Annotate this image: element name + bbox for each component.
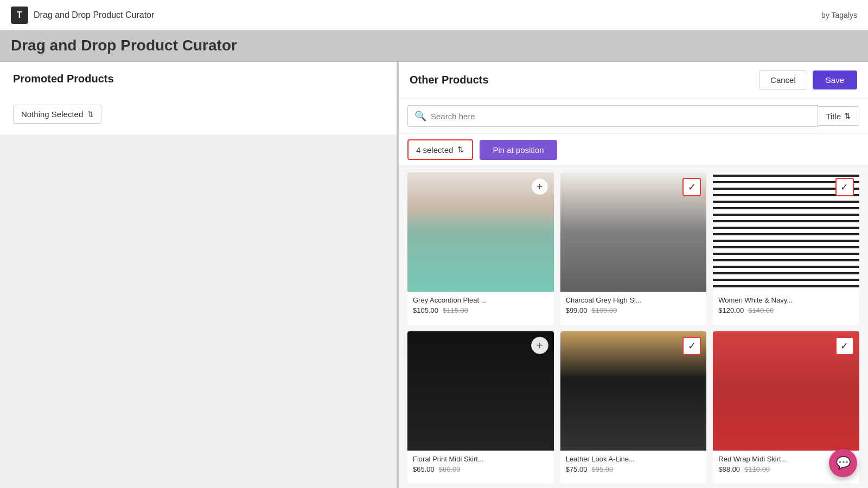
other-products-title: Other Products <box>410 74 489 86</box>
left-panel: Promoted Products Nothing Selected ⇅ <box>0 62 399 488</box>
chat-bubble[interactable]: 💬 <box>829 449 857 477</box>
product-name: Women White & Navy... <box>718 296 854 304</box>
product-card[interactable]: ✓Leather Look A-Line...$75.00$95.00 <box>560 331 707 484</box>
product-image: + <box>407 172 554 292</box>
product-info: Women White & Navy...$120.00$140.00 <box>713 292 859 320</box>
product-prices: $120.00$140.00 <box>718 306 854 314</box>
top-bar: T Drag and Drop Product Curator by Tagal… <box>0 0 868 30</box>
nothing-selected-dropdown[interactable]: Nothing Selected ⇅ <box>13 105 101 124</box>
header-actions: Cancel Save <box>759 70 857 89</box>
product-image: ✓ <box>713 172 859 292</box>
selection-row: 4 selected ⇅ Pin at position <box>399 134 868 166</box>
title-sort-dropdown[interactable]: Title ⇅ <box>818 106 859 126</box>
product-info: Leather Look A-Line...$75.00$95.00 <box>560 451 707 479</box>
nothing-selected-label: Nothing Selected <box>21 110 83 119</box>
price-current: $99.00 <box>566 306 588 314</box>
price-original: $115.00 <box>443 306 468 314</box>
price-current: $105.00 <box>413 306 438 314</box>
product-prices: $105.00$115.00 <box>413 306 548 314</box>
product-card[interactable]: +Floral Print Midi Skirt...$65.00$80.00 <box>407 331 554 484</box>
product-image: ✓ <box>560 331 707 451</box>
product-name: Charcoal Grey High Sl... <box>566 296 701 304</box>
product-prices: $99.00$109.00 <box>566 306 701 314</box>
product-name: Floral Print Midi Skirt... <box>413 455 548 463</box>
product-card[interactable]: ✓Women White & Navy...$120.00$140.00 <box>713 172 859 325</box>
top-bar-byline: by Tagalys <box>821 11 857 20</box>
save-button[interactable]: Save <box>813 70 857 89</box>
title-sort-label: Title <box>826 112 841 121</box>
price-current: $65.00 <box>413 465 435 473</box>
page-heading: Drag and Drop Product Curator <box>0 30 868 62</box>
top-bar-left: T Drag and Drop Product Curator <box>11 7 154 24</box>
add-product-button[interactable]: + <box>531 178 548 195</box>
pin-at-position-button[interactable]: Pin at position <box>480 140 557 160</box>
selected-check-badge[interactable]: ✓ <box>682 337 701 355</box>
price-original: $110.00 <box>744 465 770 473</box>
product-card[interactable]: +Grey Accordion Pleat ...$105.00$115.00 <box>407 172 554 325</box>
right-panel: Other Products Cancel Save 🔍 Title ⇅ 4 s… <box>399 62 868 488</box>
search-icon: 🔍 <box>414 110 426 122</box>
product-grid: +Grey Accordion Pleat ...$105.00$115.00✓… <box>399 166 868 488</box>
price-original: $109.00 <box>591 306 617 314</box>
selected-count-dropdown[interactable]: 4 selected ⇅ <box>407 139 473 160</box>
main-panel: Promoted Products Nothing Selected ⇅ Oth… <box>0 62 868 488</box>
promoted-products-area <box>0 134 397 488</box>
search-input[interactable] <box>431 112 811 121</box>
product-name: Leather Look A-Line... <box>566 455 701 463</box>
product-image: ✓ <box>560 172 707 292</box>
price-current: $75.00 <box>566 465 588 473</box>
left-header: Promoted Products <box>0 62 397 94</box>
price-original: $140.00 <box>748 306 774 314</box>
product-card[interactable]: ✓Charcoal Grey High Sl...$99.00$109.00 <box>560 172 707 325</box>
app-logo: T <box>11 7 28 24</box>
price-current: $120.00 <box>718 306 744 314</box>
product-prices: $75.00$95.00 <box>566 465 701 473</box>
search-box: 🔍 <box>407 105 818 127</box>
cancel-button[interactable]: Cancel <box>759 70 807 89</box>
product-info: Charcoal Grey High Sl...$99.00$109.00 <box>560 292 707 320</box>
title-sort-arrow-icon: ⇅ <box>844 111 851 121</box>
price-original: $80.00 <box>439 465 461 473</box>
product-image: + <box>407 331 554 451</box>
promoted-products-title: Promoted Products <box>13 73 114 85</box>
selected-check-badge[interactable]: ✓ <box>682 178 701 196</box>
dropdown-arrows-icon: ⇅ <box>87 110 93 118</box>
price-original: $95.00 <box>591 465 613 473</box>
search-row: 🔍 Title ⇅ <box>399 99 868 134</box>
price-current: $88.00 <box>718 465 740 473</box>
selected-count-label: 4 selected <box>416 145 453 155</box>
product-image: ✓ <box>713 331 859 451</box>
app-title: Drag and Drop Product Curator <box>34 10 154 20</box>
right-header: Other Products Cancel Save <box>399 62 868 99</box>
product-info: Grey Accordion Pleat ...$105.00$115.00 <box>407 292 554 320</box>
selected-check-badge[interactable]: ✓ <box>835 178 854 196</box>
product-name: Grey Accordion Pleat ... <box>413 296 548 304</box>
selected-check-badge[interactable]: ✓ <box>835 337 854 355</box>
add-product-button[interactable]: + <box>531 337 548 354</box>
product-info: Floral Print Midi Skirt...$65.00$80.00 <box>407 451 554 479</box>
selected-count-arrows-icon: ⇅ <box>457 145 464 155</box>
product-prices: $65.00$80.00 <box>413 465 548 473</box>
